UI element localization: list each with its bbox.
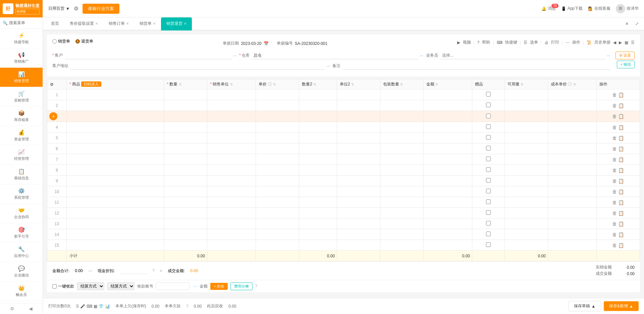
gift-checkbox[interactable] <box>486 199 491 204</box>
app-download-btn[interactable]: 📱 App下载 <box>561 6 583 11</box>
copy-row-btn[interactable]: 📋 <box>618 168 624 173</box>
video-btn[interactable]: 视频 <box>463 40 471 45</box>
unit2-cell[interactable] <box>337 111 380 122</box>
gift-checkbox[interactable] <box>486 221 491 226</box>
copy-row-btn[interactable]: 📋 <box>618 146 624 151</box>
fee-help-icon[interactable]: ? <box>255 284 258 289</box>
shirt-icon[interactable]: 👕 <box>99 304 104 309</box>
remark-input[interactable] <box>342 62 610 70</box>
tab-sales-delivery[interactable]: 销货单 ✕ <box>134 17 161 30</box>
unit-cell[interactable] <box>207 89 256 100</box>
sidebar-item-purchase[interactable]: 🛒 采购管理 <box>0 87 43 107</box>
pack-cell[interactable] <box>380 100 424 111</box>
calendar-icon[interactable]: 📅 <box>264 41 269 46</box>
voice-icon[interactable]: 🎤 <box>80 304 85 309</box>
gift-checkbox[interactable] <box>486 156 491 161</box>
gift-cell[interactable] <box>472 89 505 100</box>
copy-row-btn[interactable]: 📋 <box>618 114 624 119</box>
salesperson-dots[interactable]: ··· <box>605 53 610 58</box>
tab-price-setting-close[interactable]: ✕ <box>95 22 98 25</box>
discount-input[interactable] <box>120 268 147 274</box>
radio-sale-input[interactable] <box>52 39 57 44</box>
price-cell[interactable] <box>256 111 299 122</box>
price-info-icon[interactable]: ⓘ <box>268 82 272 86</box>
delete-row-btn[interactable]: 🗑 <box>612 210 617 216</box>
one-click-payment-checkbox[interactable]: 一键收款 <box>52 284 74 289</box>
delete-row-btn[interactable]: 🗑 <box>612 168 617 173</box>
sidebar-item-operations[interactable]: 📈 经营管理 <box>0 145 43 165</box>
unit2-cell[interactable] <box>337 100 380 111</box>
sidebar-item-vip[interactable]: 👑 畅会员 <box>0 281 43 301</box>
delete-row-btn[interactable]: 🗑 <box>612 103 617 108</box>
history-btn[interactable]: 📜 <box>587 40 592 45</box>
user-profile-btn[interactable]: 徐 徐泽华 <box>616 4 639 13</box>
add-row-btn[interactable]: + <box>49 112 57 120</box>
gift-checkbox[interactable] <box>486 114 491 118</box>
copy-row-btn[interactable]: 📋 <box>618 178 624 184</box>
sort-qty-icon[interactable]: ⇅ <box>179 82 181 86</box>
scan-btn[interactable]: 扫码录入 <box>81 81 101 87</box>
copy-row-btn[interactable]: 📋 <box>618 200 624 205</box>
copy-row-btn[interactable]: 📋 <box>618 243 624 248</box>
tab-sales-order-close[interactable]: ✕ <box>126 22 129 25</box>
operation-btn[interactable]: ⋯ <box>566 40 570 45</box>
sort-unit-icon[interactable]: ⇅ <box>230 82 233 86</box>
unit-cell[interactable] <box>207 111 256 122</box>
gift-checkbox[interactable] <box>486 124 491 129</box>
gift-checkbox[interactable] <box>486 135 491 140</box>
settings-panel-btn[interactable]: ⚙ 设置 <box>615 52 635 59</box>
close-tab-btn[interactable]: ✕ <box>623 20 631 27</box>
save-draft-btn[interactable]: 保存草稿 ▲ <box>568 301 601 311</box>
grid-view-icon[interactable]: ▦ <box>625 40 628 45</box>
delete-row-btn[interactable]: 🗑 <box>612 178 617 184</box>
account-dots[interactable]: ··· <box>192 284 197 289</box>
cta-button[interactable]: 体验行业方案 <box>83 4 119 14</box>
unit2-cell[interactable] <box>337 89 380 100</box>
copy-row-btn[interactable]: 📋 <box>618 189 624 194</box>
save-new-btn[interactable]: 保存&新增 ▲ <box>604 301 639 311</box>
delete-row-btn[interactable]: 🗑 <box>612 221 617 227</box>
sidebar-item-newbie[interactable]: 🎯 新手引导 <box>0 223 43 243</box>
fee-split-btn[interactable]: 费用分摊 <box>230 282 253 290</box>
radio-return-input[interactable] <box>75 39 80 44</box>
debt-help-icon[interactable]: ? <box>186 304 189 309</box>
shortcut-btn[interactable]: ⌨ <box>497 40 502 45</box>
tab-sales-return[interactable]: 销货退货 ✕ <box>161 17 192 30</box>
keyboard-icon[interactable]: ⌨ <box>87 304 92 309</box>
sidebar-item-marketing[interactable]: 📢 营销推广 <box>0 48 43 68</box>
cost-info-icon[interactable]: ⓘ <box>568 82 572 86</box>
customer-dots[interactable]: ··· <box>232 53 236 58</box>
gift-checkbox[interactable] <box>486 178 491 183</box>
sort-avail-icon[interactable]: ⇅ <box>521 82 523 86</box>
gift-cell[interactable] <box>472 111 505 122</box>
sidebar-item-inventory[interactable]: 📦 库存核算 <box>0 107 43 126</box>
sort-price-icon[interactable]: ⇅ <box>273 82 276 86</box>
sort-cost-icon[interactable]: ⇅ <box>573 82 576 86</box>
next-icon[interactable]: ▶ <box>619 40 622 45</box>
dropdown-arrow-new[interactable]: ▲ <box>629 304 633 309</box>
gift-checkbox[interactable] <box>486 232 491 236</box>
radio-return[interactable]: 退货单 <box>75 39 93 44</box>
shortcut-label[interactable]: 快捷键 <box>505 40 517 45</box>
delete-row-btn[interactable]: 🗑 <box>612 92 617 98</box>
address-dots[interactable]: ··· <box>325 64 330 68</box>
sidebar-collapse-btn[interactable]: ◀ <box>29 306 33 311</box>
product-cell-active[interactable] <box>67 111 164 122</box>
qty2-cell[interactable] <box>299 100 337 111</box>
gift-checkbox[interactable] <box>486 210 491 215</box>
col-settings-header[interactable]: ⚙ <box>47 79 67 89</box>
calc-select[interactable]: 结算方式 <box>107 282 135 290</box>
delete-row-btn[interactable]: 🗑 <box>612 135 617 141</box>
print-btn[interactable]: 🖨 <box>544 40 548 45</box>
address-input[interactable] <box>70 62 325 70</box>
discount-help-icon[interactable]: ? <box>152 268 155 273</box>
tab-price-setting[interactable]: 售价提取设置 ✕ <box>64 17 103 30</box>
amount-cell[interactable] <box>424 100 472 111</box>
delete-row-btn[interactable]: 🗑 <box>612 189 617 194</box>
copy-row-btn[interactable]: 📋 <box>618 92 624 98</box>
sidebar-settings-btn[interactable]: ⚙ <box>10 306 14 311</box>
delete-row-btn[interactable]: 🗑 <box>612 157 617 162</box>
tab-sales-delivery-close[interactable]: ✕ <box>153 22 156 25</box>
gift-checkbox[interactable] <box>486 103 491 107</box>
price-cell[interactable] <box>256 89 299 100</box>
